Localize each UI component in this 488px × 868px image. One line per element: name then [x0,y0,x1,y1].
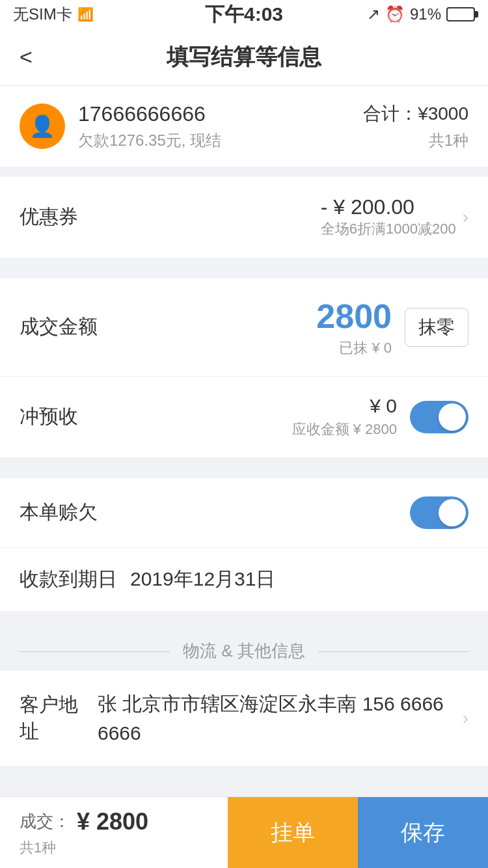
section-divider-1 [0,268,488,278]
section-divider-3 [0,621,488,632]
prepay-receivable: 应收金额 ¥ 2800 [292,420,397,439]
bottom-total-amount: ¥ 2800 [77,808,148,835]
customer-debt: 欠款1276.35元, 现结 [78,130,221,151]
logistics-title: 物流 & 其他信息 [170,640,318,662]
credit-toggle[interactable] [410,496,468,529]
due-date-label: 收款到期日 [20,566,117,593]
battery-icon [446,7,475,21]
status-left: 无SIM卡 📶 [13,4,94,25]
status-right: ↗ ⏰ 91% [367,5,475,23]
round-button[interactable]: 抹零 [405,308,468,347]
coupon-desc: 全场6折满1000减200 [321,219,456,239]
customer-phone: 17666666666 [78,102,221,126]
bottom-total-count: 共1种 [20,838,208,858]
prepay-label: 冲预收 [20,403,78,430]
transaction-section: 成交金额 2800 已抹 ¥ 0 抹零 冲预收 ¥ 0 应收金额 ¥ 2800 [0,278,488,457]
customer-count: 共1种 [363,130,468,151]
coupon-info: - ¥ 200.00 全场6折满1000减200 [321,195,456,239]
prepay-row: 冲预收 ¥ 0 应收金额 ¥ 2800 [0,376,488,457]
location-icon: ↗ [367,5,380,23]
amount-rounded-label: 已抹 ¥ 0 [316,338,392,358]
hold-button[interactable]: 挂单 [228,797,358,869]
bottom-total-area: 成交： ¥ 2800 共1种 [0,808,228,858]
amount-label: 成交金额 [20,314,98,340]
address-row[interactable]: 客户地址 张 北京市市辖区海淀区永丰南 156 6666 6666 › [0,671,488,766]
section-divider-2 [0,468,488,478]
due-date-value: 2019年12月31日 [130,566,275,593]
wifi-icon: 📶 [77,7,94,22]
credit-section: 本单赊欠 收款到期日 2019年12月31日 [0,478,488,611]
coupon-right: - ¥ 200.00 全场6折满1000减200 › [321,195,468,239]
amount-right: 2800 已抹 ¥ 0 抹零 [316,297,468,358]
battery-percent: 91% [410,5,441,23]
customer-total: 合计：¥3000 [363,102,468,126]
bottom-bar: 成交： ¥ 2800 共1种 挂单 保存 [0,796,488,868]
credit-label: 本单赊欠 [20,499,98,526]
customer-info: 17666666666 欠款1276.35元, 现结 [78,102,221,151]
due-date-row: 收款到期日 2019年12月31日 [0,547,488,611]
coupon-row[interactable]: 优惠券 - ¥ 200.00 全场6折满1000减200 › [0,177,488,258]
prepay-amount: ¥ 0 [292,395,397,417]
customer-right: 合计：¥3000 共1种 [363,102,468,151]
alarm-icon: ⏰ [385,5,405,23]
logistics-header: 物流 & 其他信息 [0,632,488,671]
customer-left: 👤 17666666666 欠款1276.35元, 现结 [20,102,221,151]
save-button[interactable]: 保存 [358,797,488,869]
status-bar: 无SIM卡 📶 下午4:03 ↗ ⏰ 91% [0,0,488,29]
content-area: 👤 17666666666 欠款1276.35元, 现结 合计：¥3000 共1… [0,86,488,868]
bottom-total-label: 成交： [20,810,70,833]
bottom-total-row: 成交： ¥ 2800 [20,808,208,835]
nav-bar: < 填写结算等信息 [0,29,488,86]
credit-row: 本单赊欠 [0,478,488,547]
coupon-chevron-icon: › [463,207,468,228]
amount-row: 成交金额 2800 已抹 ¥ 0 抹零 [0,278,488,376]
status-time: 下午4:03 [205,1,283,28]
avatar: 👤 [20,103,65,149]
prepay-amount-wrap: ¥ 0 应收金额 ¥ 2800 [292,395,397,439]
back-button[interactable]: < [20,44,33,70]
coupon-label: 优惠券 [20,204,78,230]
page-title: 填写结算等信息 [167,42,321,72]
amount-value-wrap: 2800 已抹 ¥ 0 [316,297,392,358]
address-label: 客户地址 [20,692,85,745]
prepay-toggle[interactable] [410,401,468,433]
customer-card: 👤 17666666666 欠款1276.35元, 现结 合计：¥3000 共1… [0,86,488,167]
prepay-right: ¥ 0 应收金额 ¥ 2800 [292,395,468,439]
coupon-amount: - ¥ 200.00 [321,195,456,219]
address-chevron-icon: › [463,708,468,729]
transaction-amount-value: 2800 [316,297,392,336]
address-value: 张 北京市市辖区海淀区永丰南 156 6666 6666 [98,689,450,748]
carrier-text: 无SIM卡 [13,4,72,25]
